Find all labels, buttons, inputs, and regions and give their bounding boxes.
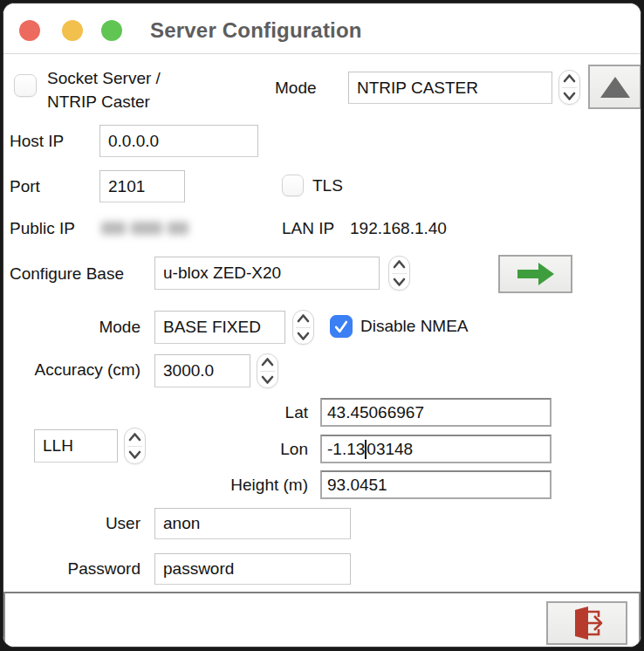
public-ip-label: Public IP bbox=[10, 217, 75, 240]
window-title: Server Configuration bbox=[150, 18, 362, 43]
accuracy-input[interactable] bbox=[154, 354, 250, 387]
lon-value-before-caret: -1.13 bbox=[327, 440, 365, 459]
base-mode-input[interactable] bbox=[154, 311, 285, 344]
chevron-up-icon bbox=[295, 312, 312, 325]
socket-server-label-line1: Socket Server / bbox=[47, 69, 161, 87]
socket-server-label: Socket Server / NTRIP Caster bbox=[47, 66, 161, 113]
lon-value-after-caret: 03148 bbox=[367, 440, 413, 459]
base-mode-label: Mode bbox=[6, 312, 140, 343]
arrow-right-icon bbox=[516, 262, 556, 286]
height-label: Height (m) bbox=[213, 470, 308, 499]
mode-label: Mode bbox=[275, 74, 317, 102]
host-ip-input[interactable] bbox=[99, 125, 258, 157]
host-ip-label: Host IP bbox=[10, 126, 64, 157]
port-label: Port bbox=[10, 171, 40, 202]
lat-label: Lat bbox=[213, 398, 308, 427]
lon-label: Lon bbox=[213, 435, 308, 463]
height-input[interactable] bbox=[320, 470, 552, 499]
send-base-config-button[interactable] bbox=[498, 255, 572, 293]
base-mode-stepper[interactable] bbox=[292, 310, 314, 345]
disable-nmea-checkbox[interactable] bbox=[330, 315, 353, 338]
password-input[interactable] bbox=[154, 553, 351, 585]
server-configuration-window: Server Configuration Socket Server / NTR… bbox=[3, 3, 641, 648]
port-input[interactable] bbox=[99, 170, 185, 202]
chevron-up-icon bbox=[561, 72, 578, 85]
close-window-button[interactable] bbox=[19, 20, 40, 41]
chevron-down-icon bbox=[259, 373, 276, 386]
checkmark-icon bbox=[332, 318, 350, 335]
socket-server-label-line2: NTRIP Caster bbox=[47, 93, 150, 111]
configure-base-stepper[interactable] bbox=[388, 256, 410, 291]
user-label: User bbox=[6, 508, 140, 539]
exit-door-icon bbox=[569, 606, 606, 641]
disable-nmea-label: Disable NMEA bbox=[360, 315, 469, 338]
coord-format-stepper[interactable] bbox=[124, 428, 146, 464]
chevron-up-icon bbox=[391, 258, 408, 271]
chevron-up-icon bbox=[259, 356, 276, 368]
zoom-window-button[interactable] bbox=[101, 20, 122, 41]
mode-input[interactable] bbox=[348, 72, 552, 104]
lan-ip-label: LAN IP bbox=[282, 217, 334, 240]
chevron-up-icon bbox=[127, 431, 143, 443]
socket-server-checkbox[interactable] bbox=[14, 74, 37, 97]
exit-button[interactable] bbox=[546, 601, 627, 645]
chevron-down-icon bbox=[295, 330, 312, 342]
lat-input[interactable] bbox=[320, 398, 552, 427]
tls-checkbox[interactable] bbox=[282, 175, 304, 196]
public-ip-value-redacted bbox=[101, 222, 188, 235]
collapse-panel-button[interactable] bbox=[588, 65, 641, 109]
triangle-up-icon bbox=[599, 75, 632, 99]
chevron-down-icon bbox=[127, 449, 143, 461]
password-label: Password bbox=[6, 553, 140, 585]
user-input[interactable] bbox=[154, 508, 351, 539]
configure-base-input[interactable] bbox=[154, 257, 380, 290]
coord-format-input[interactable] bbox=[34, 429, 118, 463]
title-bar: Server Configuration bbox=[3, 3, 641, 54]
mode-stepper[interactable] bbox=[558, 70, 580, 105]
lan-ip-value: 192.168.1.40 bbox=[350, 217, 447, 240]
lon-input[interactable]: -1.1303148 bbox=[320, 435, 552, 463]
tls-label: TLS bbox=[312, 175, 343, 196]
chevron-down-icon bbox=[391, 276, 408, 288]
accuracy-stepper[interactable] bbox=[257, 353, 278, 388]
minimize-window-button[interactable] bbox=[62, 20, 83, 41]
status-bar bbox=[3, 592, 641, 647]
accuracy-label: Accuracy (cm) bbox=[6, 354, 140, 386]
configure-base-label: Configure Base bbox=[10, 258, 124, 290]
chevron-down-icon bbox=[561, 90, 578, 102]
